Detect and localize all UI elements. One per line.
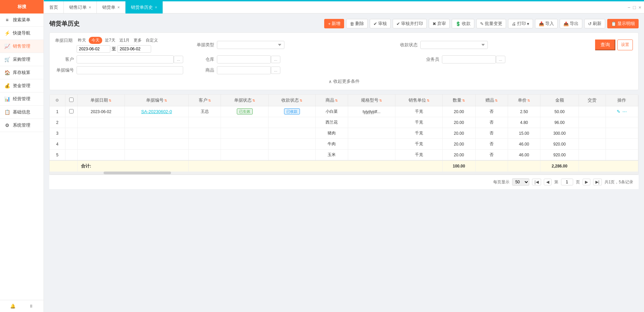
tab-sales-order-close[interactable]: × xyxy=(89,5,91,10)
pause-icon[interactable]: ⏸ xyxy=(29,304,33,309)
row-payment-status xyxy=(268,128,315,139)
horizontal-scrollbar[interactable] xyxy=(50,172,638,174)
row-unit-price: 46.00 xyxy=(508,139,540,150)
batch-change-button[interactable]: ✎ 批量变更 xyxy=(476,19,506,28)
date-to-input[interactable] xyxy=(117,45,151,53)
abandon-button[interactable]: ✖ 弃审 xyxy=(429,19,450,28)
row-doc-no xyxy=(125,139,189,150)
sidebar-item-sales[interactable]: 📈 销售管理 xyxy=(0,40,44,53)
prev-page-button[interactable]: ◀ xyxy=(544,179,552,185)
tab-sales-goods[interactable]: 销货单 × xyxy=(97,1,125,14)
close-window-icon[interactable]: × xyxy=(639,5,641,10)
sidebar-item-operations[interactable]: 📊 经营管理 xyxy=(0,93,44,106)
refresh-button[interactable]: ↺ 刷新 xyxy=(584,19,605,28)
sidebar-item-quick-nav[interactable]: ⚡ 快捷导航 xyxy=(0,27,44,40)
show-detail-button[interactable]: 📋 显示明细 xyxy=(607,19,639,28)
row-no: 2 xyxy=(50,117,65,128)
date-column-header[interactable]: 单据日期 ⇅ xyxy=(77,95,124,106)
more-shortcut[interactable]: 更多 xyxy=(132,37,143,44)
yesterday-shortcut[interactable]: 昨天 xyxy=(77,37,87,44)
next-page-button[interactable]: ▶ xyxy=(583,179,590,185)
per-page-select[interactable]: 50 100 xyxy=(512,178,529,186)
row-checkbox[interactable] xyxy=(65,128,77,139)
sidebar-item-search-menu[interactable]: ≡ 搜索菜单 xyxy=(0,14,44,27)
sidebar-item-inventory[interactable]: 🏠 库存核算 xyxy=(0,66,44,79)
goods-label: 商品 xyxy=(190,67,217,73)
row-checkbox[interactable] xyxy=(65,139,77,150)
page-header: 销货单历史 + 新增 🗑 删除 ✔ 审核 ✔ 审核并打印 xyxy=(49,19,639,28)
warehouse-input[interactable] xyxy=(217,55,271,63)
tab-home[interactable]: 首页 xyxy=(44,1,64,14)
tab-sales-goods-close[interactable]: × xyxy=(117,5,120,10)
collect-button[interactable]: 💲 收款 xyxy=(452,19,474,28)
toolbar: + 新增 🗑 删除 ✔ 审核 ✔ 审核并打印 ✖ 弃审 xyxy=(324,19,639,28)
row-checkbox[interactable] xyxy=(65,150,77,161)
sidebar-item-basic-info[interactable]: 📋 基础信息 xyxy=(0,106,44,119)
page-unit: 页 xyxy=(576,179,580,185)
unit-column-header[interactable]: 销售单位 ⇅ xyxy=(395,95,443,106)
tab-sales-order[interactable]: 销售订单 × xyxy=(64,1,97,14)
row-checkbox[interactable] xyxy=(65,106,77,117)
doc-type-select[interactable] xyxy=(217,41,284,49)
maximize-icon[interactable]: □ xyxy=(633,5,636,10)
minimize-icon[interactable]: − xyxy=(627,5,630,10)
gift-column-header[interactable]: 赠品 ⇅ xyxy=(475,95,508,106)
salesperson-input[interactable] xyxy=(442,55,496,63)
goods-ellipsis-btn[interactable]: ... xyxy=(271,67,280,74)
summary-end-spacer xyxy=(579,160,638,172)
collapse-button[interactable]: ∧ 收起更多条件 xyxy=(55,77,633,86)
sidebar-item-purchase[interactable]: 🛒 采购管理 xyxy=(0,53,44,66)
select-all-checkbox[interactable] xyxy=(69,98,74,102)
salesperson-ellipsis-btn[interactable]: ... xyxy=(496,56,505,63)
customer-column-header[interactable]: 客户 ⇅ xyxy=(189,95,221,106)
row-gift: 否 xyxy=(475,106,508,117)
customer-input[interactable] xyxy=(77,55,174,63)
settings-button[interactable]: 设置 xyxy=(617,40,633,50)
print-button[interactable]: 🖨 打印 ▾ xyxy=(508,19,533,28)
warehouse-label: 仓库 xyxy=(190,56,217,62)
date-sort-icon: ⇅ xyxy=(109,99,111,102)
query-button[interactable]: 查询 xyxy=(595,40,615,50)
gear-column-header[interactable]: ⚙ xyxy=(50,95,65,106)
payment-status-column-header[interactable]: 收款状态 ⇅ xyxy=(268,95,315,106)
7days-shortcut[interactable]: 近7天 xyxy=(104,37,117,44)
doc-no-link[interactable]: SA-20230602-0 xyxy=(141,109,172,114)
sidebar-item-system[interactable]: ⚙ 系统管理 xyxy=(0,119,44,132)
more-action[interactable]: ⋯ xyxy=(621,109,628,114)
delete-button[interactable]: 🗑 删除 xyxy=(346,19,368,28)
scrollbar-thumb[interactable] xyxy=(104,172,171,174)
audit-print-button[interactable]: ✔ 审核并打印 xyxy=(393,19,427,28)
tab-sales-history-close[interactable]: × xyxy=(155,5,157,10)
row-checkbox[interactable] xyxy=(65,117,77,128)
today-shortcut[interactable]: 今天 xyxy=(89,37,102,44)
collapse-label: 收起更多条件 xyxy=(333,78,360,84)
export-button[interactable]: 📤 导出 xyxy=(560,19,582,28)
date-from-input[interactable] xyxy=(77,45,110,53)
add-button[interactable]: + 新增 xyxy=(324,19,344,28)
payment-status-select[interactable] xyxy=(420,41,488,49)
sidebar-item-finance[interactable]: 💰 资金管理 xyxy=(0,79,44,93)
page-number-input[interactable] xyxy=(561,179,573,185)
doc-no-input[interactable] xyxy=(77,66,183,74)
1month-shortcut[interactable]: 近1月 xyxy=(118,37,131,44)
custom-shortcut[interactable]: 自定义 xyxy=(144,37,159,44)
doc-no-sort-icon: ⇅ xyxy=(164,99,167,102)
doc-status-column-header[interactable]: 单据状态 ⇅ xyxy=(221,95,268,106)
edit-action[interactable]: ✎ xyxy=(616,109,621,114)
warehouse-ellipsis-btn[interactable]: ... xyxy=(271,56,280,63)
unit-price-column-header[interactable]: 单价 ⇅ xyxy=(508,95,540,106)
tab-sales-history[interactable]: 销货单历史 × xyxy=(125,1,163,14)
goods-column-header[interactable]: 商品 ⇅ xyxy=(315,95,348,106)
audit-button[interactable]: ✔ 审核 xyxy=(370,19,391,28)
spec-column-header[interactable]: 规格型号 ⇅ xyxy=(348,95,395,106)
sidebar-item-label: 库存核算 xyxy=(13,70,30,76)
customer-ellipsis-btn[interactable]: ... xyxy=(174,56,183,63)
import-button[interactable]: 📥 导入 xyxy=(535,19,558,28)
doc-no-column-header[interactable]: 单据编号 ⇅ xyxy=(125,95,189,106)
qty-column-header[interactable]: 数量 ⇅ xyxy=(443,95,475,106)
goods-input[interactable] xyxy=(217,66,271,74)
last-page-button[interactable]: ▶| xyxy=(593,179,602,185)
first-page-button[interactable]: |◀ xyxy=(532,179,541,185)
sidebar-item-label: 系统管理 xyxy=(13,122,30,128)
notification-icon[interactable]: 🔔 xyxy=(10,304,16,309)
